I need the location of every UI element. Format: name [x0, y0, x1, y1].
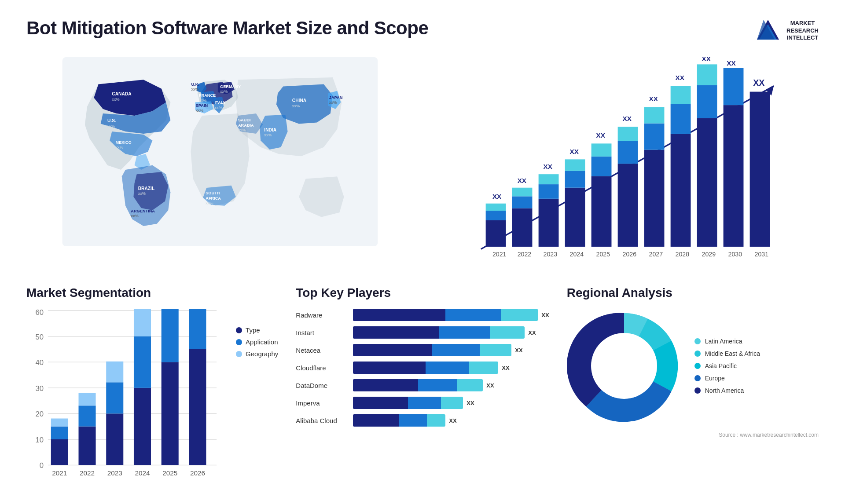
player-xx-cloudflare: XX: [502, 365, 509, 371]
player-bar-wrap-imperva: XX: [353, 397, 549, 409]
page-title: Bot Mitigation Software Market Size and …: [26, 18, 428, 39]
svg-text:xx%: xx%: [115, 145, 123, 150]
svg-text:XX: XX: [702, 57, 711, 62]
segmentation-chart-container: 0 10 20 30 40 50 60: [26, 309, 278, 482]
seg-chart-svg: 0 10 20 30 40 50 60: [26, 309, 223, 480]
svg-text:2022: 2022: [80, 469, 95, 477]
svg-text:XX: XX: [492, 193, 502, 200]
player-row-cloudflare: Cloudflare XX: [296, 362, 549, 374]
svg-text:ARGENTINA: ARGENTINA: [131, 209, 155, 213]
svg-rect-117: [134, 388, 151, 465]
logo-icon: [755, 18, 781, 44]
svg-text:XX: XX: [544, 163, 553, 170]
svg-rect-83: [724, 105, 744, 247]
svg-text:2024: 2024: [570, 251, 584, 258]
svg-rect-113: [106, 413, 123, 465]
svg-text:xx%: xx%: [131, 214, 138, 218]
svg-text:XX: XX: [676, 74, 685, 81]
player-bar-wrap-alibaba: XX: [353, 414, 549, 427]
svg-rect-63: [618, 164, 638, 247]
svg-rect-45: [512, 188, 533, 197]
svg-text:XX: XX: [623, 115, 632, 122]
svg-text:SOUTH: SOUTH: [206, 191, 220, 195]
svg-text:XX: XX: [649, 95, 658, 102]
svg-text:XX: XX: [518, 177, 527, 184]
svg-point-128: [591, 333, 657, 399]
player-bar-wrap-datadome: XX: [353, 379, 549, 391]
legend-asia-pacific: Asia Pacific: [694, 362, 760, 369]
legend-middle-east: Middle East & Africa: [694, 350, 760, 357]
svg-text:JAPAN: JAPAN: [329, 95, 343, 100]
svg-rect-105: [51, 439, 68, 465]
svg-text:SPAIN: SPAIN: [196, 103, 208, 108]
player-bar-wrap-radware: XX: [353, 309, 549, 321]
source-text: Source : www.marketresearchintellect.com: [567, 432, 819, 438]
player-bar-radware: [353, 309, 538, 321]
legend-type-label: Type: [246, 326, 260, 334]
page: Bot Mitigation Software Market Size and …: [0, 0, 845, 504]
player-bar-wrap-cloudflare: XX: [353, 362, 549, 374]
players-title: Top Key Players: [296, 286, 549, 300]
svg-text:XX: XX: [596, 131, 606, 139]
player-xx-instart: XX: [528, 329, 536, 336]
svg-rect-70: [644, 107, 665, 123]
svg-rect-121: [162, 362, 179, 465]
world-map-section: CANADA xx% U.S. xx% MEXICO xx% BRAZIL xx…: [26, 57, 414, 268]
player-xx-imperva: XX: [467, 400, 474, 406]
segmentation-section: Market Segmentation 0 10 20 30 40 50 60: [26, 286, 278, 482]
svg-rect-119: [134, 309, 151, 336]
svg-text:2026: 2026: [623, 251, 637, 258]
legend-type: Type: [236, 326, 278, 334]
svg-text:xx%: xx%: [191, 87, 198, 91]
type-dot: [236, 327, 242, 333]
svg-rect-78: [697, 118, 717, 247]
legend-application-label: Application: [246, 338, 278, 346]
svg-text:MEXICO: MEXICO: [115, 140, 131, 145]
donut-chart: [567, 309, 681, 423]
svg-rect-107: [51, 419, 68, 427]
player-xx-datadome: XX: [486, 382, 494, 389]
svg-text:2030: 2030: [728, 251, 742, 258]
svg-text:ITALY: ITALY: [215, 100, 226, 105]
player-xx-alibaba: XX: [449, 417, 456, 424]
svg-text:2031: 2031: [755, 251, 769, 258]
bar-chart-section: XX 2021 XX 2022 XX 2023 XX 2024: [431, 57, 819, 268]
player-bar-alibaba: [353, 414, 445, 427]
svg-text:xx%: xx%: [238, 128, 246, 132]
svg-rect-75: [671, 86, 691, 104]
player-name-alibaba: Alibaba Cloud: [296, 417, 349, 424]
regional-title: Regional Analysis: [567, 286, 819, 300]
svg-rect-38: [486, 220, 506, 247]
bar-chart-svg: XX 2021 XX 2022 XX 2023 XX 2024: [431, 57, 819, 268]
player-name-instart: Instart: [296, 329, 349, 336]
svg-rect-69: [644, 124, 665, 150]
player-row-instart: Instart XX: [296, 326, 549, 339]
svg-text:U.K.: U.K.: [191, 82, 199, 87]
svg-text:ARABIA: ARABIA: [238, 123, 254, 128]
asia-pacific-dot: [694, 363, 701, 369]
europe-dot: [694, 375, 701, 381]
geography-dot: [236, 351, 242, 357]
legend-latin-america: Latin America: [694, 338, 760, 345]
latin-america-label: Latin America: [705, 338, 742, 345]
svg-rect-73: [671, 134, 691, 247]
legend-geography-label: Geography: [246, 350, 278, 358]
svg-text:xx%: xx%: [292, 104, 300, 108]
north-america-dot: [694, 387, 701, 394]
svg-rect-54: [565, 171, 585, 188]
svg-text:GERMANY: GERMANY: [220, 84, 241, 89]
svg-rect-48: [539, 199, 559, 247]
svg-rect-74: [671, 104, 691, 134]
seg-legend: Type Application Geography: [236, 309, 278, 358]
svg-rect-59: [592, 157, 612, 176]
svg-text:10: 10: [35, 436, 44, 444]
svg-text:2027: 2027: [649, 251, 663, 258]
regional-container: Latin America Middle East & Africa Asia …: [567, 309, 819, 423]
svg-rect-87: [750, 92, 770, 247]
legend-application: Application: [236, 338, 278, 346]
svg-text:2024: 2024: [135, 469, 150, 477]
svg-rect-68: [644, 150, 665, 247]
player-bar-wrap-instart: XX: [353, 326, 549, 339]
svg-rect-40: [486, 204, 506, 211]
legend-north-america: North America: [694, 387, 760, 394]
